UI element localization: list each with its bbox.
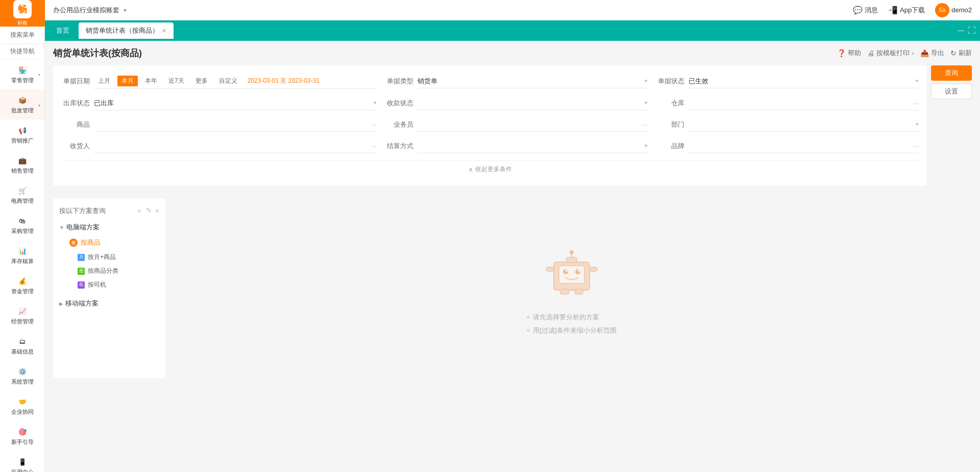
sidebar-item-sales[interactable]: 💼 销售管理 — [0, 150, 44, 180]
date-this-year[interactable]: 本年 — [141, 76, 161, 86]
sidebar-item-inventory[interactable]: 📊 库存核算 — [0, 240, 44, 270]
filter-staff-value[interactable]: ··· — [418, 117, 648, 132]
minimize-icon[interactable]: ─ — [958, 26, 964, 35]
filter-goods-value[interactable]: ··· — [94, 117, 377, 132]
enterprise-icon: 🤝 — [17, 396, 28, 407]
date-last-month[interactable]: 上月 — [94, 76, 114, 86]
quick-nav-btn[interactable]: 快捷导航 — [0, 44, 44, 59]
content-area: 按以下方案查询 ＋ ✎ « ▼ 电脑端方案 按 — [53, 198, 972, 378]
payment-method-dropdown-icon[interactable]: ▾ — [645, 143, 648, 149]
filter-pay-status: 收款状态 ▾ — [385, 96, 648, 110]
filter-doc-status-value[interactable]: 已生效 ▾ — [689, 74, 919, 88]
sidebar-item-finance[interactable]: 💰 资金管理 — [0, 270, 44, 300]
download-icon: 📲 — [888, 6, 898, 15]
filter-row-2: 出库状态 已出库 ▾ 收款状态 ▾ 仓库 — [61, 96, 919, 110]
date-this-month[interactable]: 本月 — [117, 76, 138, 86]
system-icon: ⚙️ — [17, 366, 28, 377]
close-tab-icon[interactable]: ✕ — [162, 28, 166, 34]
filter-payment-method-value[interactable]: ▾ — [418, 139, 648, 153]
inventory-icon: 📊 — [17, 245, 28, 256]
collapse-filters-btn[interactable]: ∧ 收起更多条件 — [469, 165, 512, 174]
filter-brand-value[interactable]: ··· — [689, 139, 919, 153]
edit-scheme-icon[interactable]: ✎ — [146, 206, 152, 216]
tab-sales-stats[interactable]: 销货单统计表（按商品） ✕ — [79, 22, 174, 39]
dept-dropdown-icon[interactable]: ▾ — [916, 121, 919, 128]
filter-doc-type-value[interactable]: 销货单 ▾ — [418, 74, 648, 88]
doc-status-dropdown-icon[interactable]: ▾ — [916, 78, 919, 84]
pay-status-dropdown-icon[interactable]: ▾ — [645, 100, 648, 106]
solution-item-by-goods-category[interactable]: 图 按商品分类 — [57, 264, 161, 278]
sidebar-item-guide[interactable]: 🎯 新手引导 — [0, 421, 44, 451]
sidebar: 畅 标账 搜索菜单 快捷导航 🏪 零售管理 ▾ 📦 批发管理 ▴ 📢 营销推广 … — [0, 0, 45, 472]
app-download-btn[interactable]: 📲 App下载 — [888, 6, 925, 15]
category-toggle-icon: ▼ — [59, 225, 64, 230]
sidebar-item-operation[interactable]: 📈 经营管理 — [0, 300, 44, 331]
solution-item-by-month-goods[interactable]: 月 按月+商品 — [57, 250, 161, 264]
export-btn[interactable]: 📤 导出 — [920, 49, 944, 58]
left-panel-header: 按以下方案查询 ＋ ✎ « — [53, 204, 165, 220]
filter-warehouse-value[interactable]: ··· — [689, 96, 919, 110]
by-goods-icon: 按 — [69, 239, 78, 247]
refresh-btn[interactable]: ↻ 刷新 — [950, 49, 972, 58]
filter-dept-value[interactable]: ▾ — [689, 117, 919, 132]
workspace-dropdown[interactable]: ▾ — [124, 7, 127, 14]
brand-more-icon[interactable]: ··· — [913, 142, 919, 150]
svg-rect-11 — [546, 267, 554, 271]
message-icon: 💬 — [853, 6, 863, 15]
maximize-icon[interactable]: ⛶ — [968, 26, 976, 35]
sidebar-item-enterprise[interactable]: 🤝 企业协同 — [0, 391, 44, 421]
sidebar-item-ecommerce[interactable]: 🛒 电商管理 — [0, 180, 44, 210]
query-button[interactable]: 查询 — [931, 65, 972, 81]
purchase-icon: 🛍 — [17, 215, 28, 226]
solution-category-mobile[interactable]: ▶ 移动端方案 — [57, 296, 161, 311]
doc-type-dropdown-icon[interactable]: ▾ — [645, 78, 648, 84]
print-dropdown-icon[interactable]: ▾ — [912, 51, 914, 56]
sidebar-item-basic[interactable]: 🗂 基础信息 — [0, 331, 44, 361]
help-icon: ❓ — [837, 49, 846, 57]
empty-state: 请先选择要分析的方案 用[过滤]条件来缩小分析范围 — [172, 198, 972, 378]
tab-home[interactable]: 首页 — [49, 22, 77, 39]
empty-hint-1: 请先选择要分析的方案 — [527, 311, 616, 324]
sidebar-item-app-center[interactable]: 📱 应用中心 — [0, 451, 44, 472]
main-area: 办公用品行业模拟账套 ▾ 💬 消息 📲 App下载 Ea demo2 首页 — [45, 0, 980, 472]
wholesale-icon: 📦 — [17, 95, 28, 106]
app-logo[interactable]: 畅 标账 — [0, 0, 45, 27]
empty-hints: 请先选择要分析的方案 用[过滤]条件来缩小分析范围 — [527, 311, 616, 337]
date-custom[interactable]: 自定义 — [215, 76, 241, 86]
sidebar-item-retail[interactable]: 🏪 零售管理 ▾ — [0, 59, 44, 89]
print-btn[interactable]: 🖨 按模板打印 ▾ — [867, 49, 914, 58]
solution-item-by-goods[interactable]: 按 按商品 — [57, 235, 161, 250]
staff-more-icon[interactable]: ··· — [642, 121, 648, 129]
finance-icon: 💰 — [17, 275, 28, 287]
goods-more-icon[interactable]: ··· — [371, 121, 377, 129]
settings-button[interactable]: 设置 — [931, 84, 972, 99]
date-last7[interactable]: 近7天 — [164, 76, 188, 86]
solution-category-pc[interactable]: ▼ 电脑端方案 — [57, 220, 161, 235]
sidebar-item-system[interactable]: ⚙️ 系统管理 — [0, 361, 44, 391]
svg-rect-8 — [575, 289, 583, 294]
ecommerce-icon: 🛒 — [17, 185, 28, 196]
warehouse-more-icon[interactable]: ··· — [913, 99, 919, 107]
solution-item-by-printer[interactable]: 机 按司机 — [57, 278, 161, 292]
message-btn[interactable]: 💬 消息 — [853, 6, 878, 15]
help-btn[interactable]: ❓ 帮助 — [837, 49, 861, 58]
filter-date-value[interactable]: 上月 本月 本年 近7天 更多 自定义 2023-03-01 至 2023-03… — [94, 74, 377, 89]
date-more[interactable]: 更多 — [191, 76, 212, 86]
operation-icon: 📈 — [17, 305, 28, 317]
collapse-panel-icon[interactable]: « — [155, 206, 159, 216]
sidebar-item-marketing[interactable]: 📢 营销推广 — [0, 120, 44, 150]
filter-out-status-value[interactable]: 已出库 ▾ — [94, 96, 377, 110]
filter-receiver-value[interactable]: ··· — [94, 139, 377, 153]
filter-dept: 部门 ▾ — [656, 117, 919, 132]
filter-receiver: 收货人 ··· — [61, 139, 377, 153]
out-status-dropdown-icon[interactable]: ▾ — [374, 100, 377, 106]
sidebar-item-wholesale[interactable]: 📦 批发管理 ▴ — [0, 89, 44, 120]
add-scheme-icon[interactable]: ＋ — [136, 206, 143, 216]
filter-row-4: 收货人 ··· 结算方式 ▾ 品牌 — [61, 139, 919, 153]
left-panel: 按以下方案查询 ＋ ✎ « ▼ 电脑端方案 按 — [53, 198, 165, 378]
user-profile-btn[interactable]: Ea demo2 — [935, 3, 972, 17]
search-menu-btn[interactable]: 搜索菜单 — [0, 27, 44, 44]
sidebar-item-purchase[interactable]: 🛍 采购管理 — [0, 210, 44, 240]
receiver-more-icon[interactable]: ··· — [371, 142, 377, 150]
filter-pay-status-value[interactable]: ▾ — [418, 96, 648, 110]
